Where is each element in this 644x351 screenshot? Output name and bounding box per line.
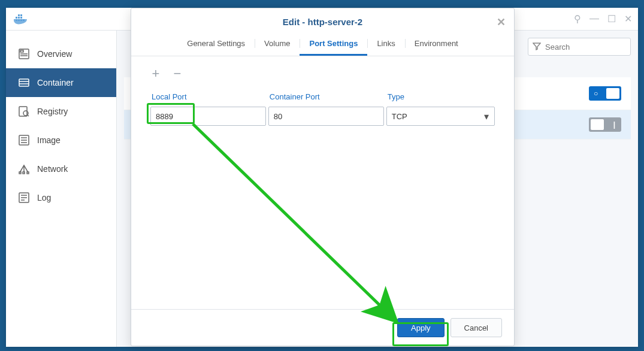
sidebar-item-label: Overview (37, 49, 72, 59)
modal-footer: Apply Cancel (131, 309, 514, 346)
sidebar-item-log[interactable]: Log (6, 183, 116, 212)
log-icon (18, 192, 30, 204)
sidebar-item-label: Image (37, 135, 61, 145)
sidebar-item-label: Registry (37, 107, 68, 116)
svg-rect-25 (23, 172, 25, 174)
cancel-button[interactable]: Cancel (451, 318, 502, 337)
filter-icon (533, 42, 541, 52)
registry-icon (18, 105, 30, 117)
svg-rect-4 (20, 14, 22, 16)
sidebar-item-label: Log (37, 193, 51, 202)
overview-icon (18, 48, 30, 60)
sidebar-item-label: Container (37, 78, 74, 87)
svg-rect-2 (20, 17, 22, 19)
local-port-input[interactable] (150, 107, 266, 126)
svg-point-17 (23, 111, 28, 116)
port-table: Local Port Container Port Type TCP (149, 89, 496, 128)
close-window-icon[interactable]: ✕ (624, 13, 632, 25)
sidebar-item-network[interactable]: Network (6, 155, 116, 183)
sidebar-item-container[interactable]: Container (6, 68, 116, 97)
sidebar-item-label: Network (37, 164, 68, 174)
apply-button[interactable]: Apply (397, 318, 445, 337)
col-type[interactable]: Type (385, 89, 496, 105)
container-icon (18, 77, 30, 89)
sidebar-item-image[interactable]: Image (6, 126, 116, 155)
search-input[interactable] (528, 38, 631, 56)
svg-rect-26 (27, 172, 29, 174)
close-icon[interactable]: ✕ (497, 16, 506, 29)
sidebar-item-overview[interactable]: Overview (6, 40, 116, 68)
svg-rect-24 (19, 172, 21, 174)
svg-rect-13 (19, 79, 29, 86)
modal-body: + − Local Port Container Port Type TCP (131, 56, 514, 309)
pin-icon[interactable]: ⚲ (574, 13, 581, 25)
window-controls: ⚲ — ☐ ✕ (574, 13, 632, 25)
remove-button[interactable]: − (171, 67, 184, 80)
col-container-port[interactable]: Container Port (267, 89, 385, 105)
col-local-port[interactable]: Local Port (149, 89, 267, 105)
tab-links[interactable]: Links (367, 33, 404, 56)
container-toggle[interactable] (589, 117, 621, 132)
edit-modal: Edit - http-server-2 ✕ General Settings … (131, 8, 515, 346)
maximize-icon[interactable]: ☐ (607, 13, 616, 25)
modal-tabs: General Settings Volume Port Settings Li… (131, 33, 514, 56)
tab-volume[interactable]: Volume (255, 33, 300, 56)
type-select[interactable]: TCP (386, 107, 495, 126)
svg-rect-1 (18, 17, 20, 19)
svg-rect-0 (16, 17, 17, 19)
modal-title: Edit - http-server-2 ✕ (131, 8, 514, 33)
tab-environment[interactable]: Environment (405, 33, 468, 56)
svg-line-18 (28, 115, 29, 116)
minimize-icon[interactable]: — (589, 13, 599, 25)
svg-rect-3 (18, 14, 20, 16)
port-row: TCP (149, 105, 496, 128)
network-icon (18, 163, 30, 175)
tab-general-settings[interactable]: General Settings (177, 33, 255, 56)
add-button[interactable]: + (149, 67, 162, 80)
sidebar: Overview Container Registry Image (6, 31, 117, 347)
sidebar-item-registry[interactable]: Registry (6, 97, 116, 126)
container-toggle[interactable] (589, 86, 621, 101)
container-port-input[interactable] (268, 107, 384, 126)
svg-rect-10 (20, 50, 23, 52)
image-icon (18, 134, 30, 146)
tab-port-settings[interactable]: Port Settings (300, 33, 367, 56)
svg-rect-16 (19, 107, 27, 116)
search-wrap (528, 38, 631, 56)
docker-logo-icon (12, 10, 31, 29)
